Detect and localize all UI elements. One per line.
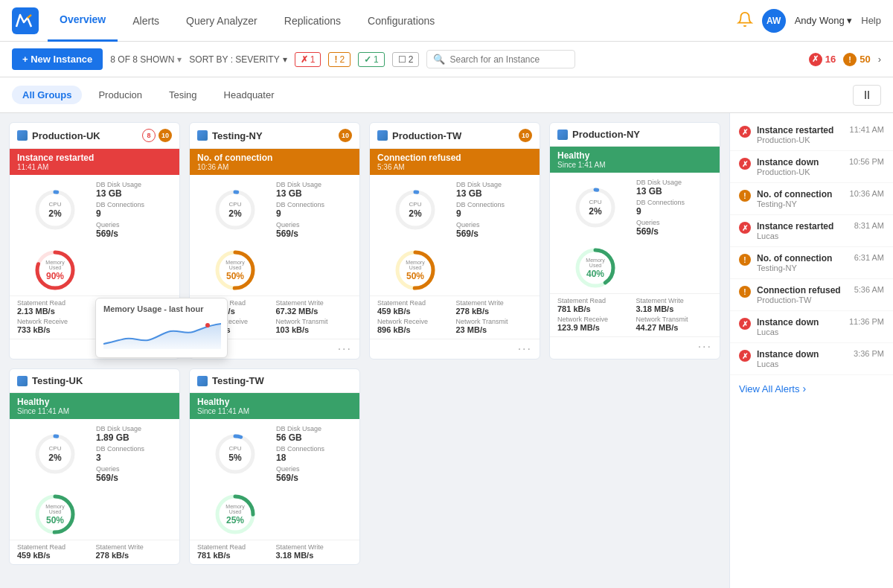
cpu-gauge: CPU 2% [17,188,93,232]
db-icon [377,130,388,141]
memory-gauge: Memory Used 90% [17,248,93,293]
badge-yellow: 10 [339,129,352,142]
more-options-button[interactable]: ··· [338,342,352,356]
status-text: Instance restarted [17,153,172,163]
status-bar-green: Healthy Since 11:41 AM [190,393,359,419]
instance-card-production-tw: Production-TW 10 Connection refused 5:36… [369,122,540,359]
card-title: Production-NY [572,129,640,140]
pause-button[interactable]: ⏸ [853,85,881,106]
pagination-arrow[interactable]: › [878,54,881,65]
shown-info: 8 OF 8 SHOWN ▾ [110,54,182,65]
db-icon [557,130,568,140]
tab-alerts[interactable]: Alerts [121,0,171,42]
main-layout: Production-UK 8 10 Instance restarted 11… [0,113,893,588]
group-tab-headquater[interactable]: Headquater [214,86,285,104]
status-bar-yellow: Connection refused 5:36 AM [370,149,540,175]
card-header: Testing-NY 10 [190,123,359,149]
status-time: 11:41 AM [17,163,172,171]
card-title: Testing-TW [212,375,264,386]
logo [12,7,39,34]
instance-card-testing-uk: Testing-UK Healthy Since 11:41 AM CPU [9,368,180,565]
tab-configurations[interactable]: Configurations [356,0,446,42]
alert-content: Instance down Lucas [757,317,843,336]
instances-panel: Production-UK 8 10 Instance restarted 11… [0,113,729,588]
filter-badge-ok[interactable]: ✓1 [358,52,385,67]
error-icon: ✗ [739,350,751,362]
alert-item-8[interactable]: ✗ Instance down Lucas 3:36 PM [730,343,893,375]
db-icon [197,130,208,141]
svg-point-25 [205,323,210,327]
card-header: Production-NY [550,123,720,147]
alert-content: Connection refused Production-TW [757,285,848,304]
status-bar-green: Healthy Since 1:41 AM [550,147,720,173]
instance-card-testing-tw: Testing-TW Healthy Since 11:41 AM CPU [189,368,360,565]
mini-chart [103,318,221,349]
warning-icon: ! [739,190,751,202]
warning-alert-count[interactable]: ! 50 [843,53,870,66]
alert-content: Instance restarted Lucas [757,221,848,240]
db-icon [17,376,28,386]
alert-item-1[interactable]: ✗ Instance restarted Production-UK 11:41… [730,119,893,151]
warning-icon: ! [739,286,751,298]
status-bar-green: Healthy Since 11:41 AM [10,393,179,419]
view-all-alerts[interactable]: View All Alerts › [730,375,893,402]
right-metrics: DB Disk Usage13 GB DB Connections9 Queri… [96,181,172,239]
alert-item-5[interactable]: ! No. of connection Testing-NY 6:31 AM [730,247,893,279]
card-title: Testing-UK [32,375,83,386]
alert-item-2[interactable]: ✗ Instance down Production-UK 10:56 PM [730,151,893,183]
db-icon [197,376,208,386]
nav-right: AW Andy Wong ▾ Help [737,9,881,33]
alert-content: No. of connection Testing-NY [757,253,848,272]
search-icon: 🔍 [433,54,445,65]
sort-dropdown-icon: ▾ [283,54,287,65]
new-instance-button[interactable]: + New Instance [12,48,103,70]
filter-badge-warning[interactable]: !2 [328,52,351,67]
card-header: Testing-UK [10,369,179,393]
right-panel: ✗ Instance restarted Production-UK 11:41… [729,113,893,588]
alert-item-3[interactable]: ! No. of connection Testing-NY 10:36 AM [730,183,893,215]
help-button[interactable]: Help [861,15,881,26]
badge-red: 8 [142,129,156,142]
error-alert-count[interactable]: ✗ 16 [809,53,836,66]
toolbar: + New Instance 8 OF 8 SHOWN ▾ SORT BY : … [0,42,893,77]
search-input[interactable] [449,54,569,65]
tab-query-analyzer[interactable]: Query Analyzer [174,0,269,42]
alert-item-4[interactable]: ✗ Instance restarted Lucas 8:31 AM [730,215,893,247]
badge-yellow: 10 [519,129,532,142]
more-options-button[interactable]: ··· [518,342,532,356]
memory-tooltip: Memory Usage - last hour [95,298,228,358]
shown-dropdown-icon[interactable]: ▾ [177,54,182,65]
card-header: Testing-TW [190,369,359,393]
warning-icon: ! [739,254,751,266]
badge-yellow: 10 [159,129,172,142]
alert-item-7[interactable]: ✗ Instance down Lucas 11:36 PM [730,311,893,343]
group-tab-all[interactable]: All Groups [12,86,82,104]
card-title: Testing-NY [212,130,263,141]
alert-content: Instance down Lucas [757,349,848,368]
alert-item-6[interactable]: ! Connection refused Production-TW 5:36 … [730,279,893,311]
top-nav: Overview Alerts Query Analyzer Replicati… [0,0,893,42]
error-icon: ✗ [739,158,751,170]
status-bar-yellow: No. of connection 10:36 AM [190,149,359,175]
more-options-button[interactable]: ··· [698,340,712,354]
tab-replications[interactable]: Replications [272,0,353,42]
user-avatar: AW [762,9,786,33]
filter-badge-default[interactable]: ☐2 [392,52,420,67]
search-box[interactable]: 🔍 [426,50,575,68]
card-badges: 8 10 [142,129,172,142]
card-header: Production-UK 8 10 [10,123,179,149]
tooltip-title: Memory Usage - last hour [103,304,220,313]
db-icon [17,130,28,141]
alert-content: Instance restarted Production-UK [757,125,844,144]
group-tab-production[interactable]: Producion [88,86,153,104]
filter-badge-error[interactable]: ✗1 [295,52,321,67]
group-tab-testing[interactable]: Tesing [159,86,208,104]
bell-icon[interactable] [737,11,753,30]
sort-info[interactable]: SORT BY : SEVERITY ▾ [189,54,287,65]
tab-overview[interactable]: Overview [48,0,118,42]
alert-content: Instance down Production-UK [757,157,843,176]
chevron-right-icon: › [802,383,806,394]
card-title: Production-TW [392,130,461,141]
instance-card-production-ny: Production-NY Healthy Since 1:41 AM CPU [549,122,720,359]
groups-bar: All Groups Producion Tesing Headquater ⏸ [0,77,893,113]
